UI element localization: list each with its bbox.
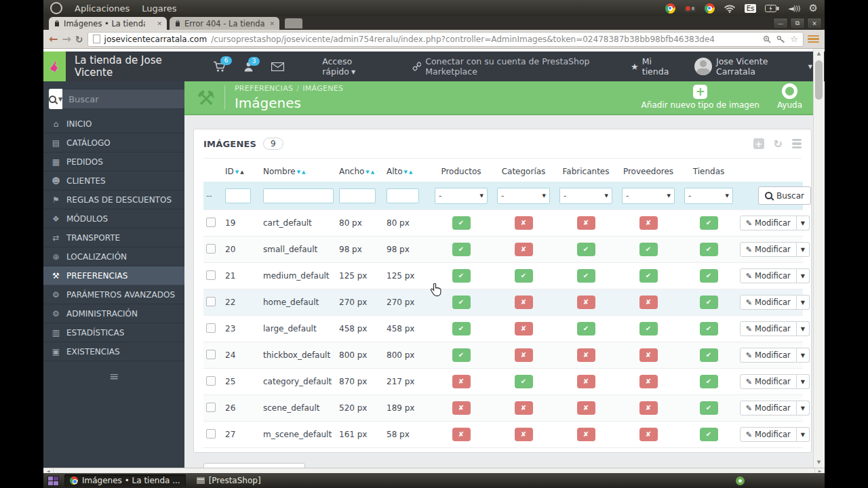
- row-actions-dropdown[interactable]: ▼: [797, 268, 810, 283]
- check-icon[interactable]: ✔: [452, 348, 471, 362]
- cross-icon[interactable]: ✘: [515, 322, 533, 336]
- sidebar-item-catalogo[interactable]: ▤CATÁLOGO: [43, 134, 184, 152]
- modify-button[interactable]: ✎Modificar: [740, 374, 797, 389]
- breadcrumb-imagenes[interactable]: IMÁGENES: [302, 84, 343, 93]
- shop-name[interactable]: La tienda de Jose Vicente: [75, 54, 195, 79]
- cross-icon[interactable]: ✘: [577, 428, 595, 441]
- key-icon[interactable]: [776, 35, 785, 43]
- row-checkbox[interactable]: [206, 323, 216, 333]
- sidebar-item-inicio[interactable]: ⌂INICIO: [43, 115, 184, 134]
- chrome-tray-icon[interactable]: [665, 3, 675, 14]
- row-checkbox[interactable]: [206, 218, 216, 227]
- modify-button[interactable]: ✎Modificar: [740, 295, 797, 310]
- address-bar[interactable]: josevicentecarratala.com /cursoprestasho…: [87, 32, 804, 47]
- check-icon[interactable]: ✔: [515, 269, 533, 283]
- scroll-down-arrow[interactable]: ▼: [814, 458, 824, 468]
- battery-icon[interactable]: [765, 5, 779, 12]
- browser-menu-icon[interactable]: [808, 35, 819, 43]
- new-tab-button[interactable]: [285, 18, 302, 28]
- filter-select-categorias[interactable]: -▼: [497, 188, 550, 204]
- tab-close-icon[interactable]: ✕: [269, 20, 275, 27]
- breadcrumb-preferencias[interactable]: PREFERENCIAS: [235, 84, 293, 93]
- row-actions-dropdown[interactable]: ▼: [797, 216, 810, 230]
- table-row[interactable]: 25category_default870 px217 px✘✔✘✘✔✎Modi…: [203, 369, 803, 395]
- modify-button[interactable]: ✎Modificar: [740, 268, 797, 283]
- cross-icon[interactable]: ✘: [639, 401, 658, 415]
- modify-button[interactable]: ✎Modificar: [740, 427, 797, 442]
- cross-icon[interactable]: ✘: [577, 401, 595, 415]
- column-header-ancho[interactable]: Ancho▼▲: [336, 160, 384, 182]
- check-icon[interactable]: ✔: [700, 269, 718, 283]
- modify-button[interactable]: ✎Modificar: [740, 348, 797, 363]
- column-header-nombre[interactable]: Nombre▼▲: [260, 160, 336, 182]
- sort-desc-icon[interactable]: ▼: [366, 169, 369, 175]
- keyboard-layout-indicator[interactable]: Es: [745, 4, 757, 13]
- screen-recorder-icon[interactable]: [684, 5, 696, 12]
- search-type-dropdown[interactable]: ▼: [49, 89, 62, 109]
- filter-input-alto[interactable]: [387, 188, 419, 203]
- volume-icon[interactable]: ◄))): [788, 4, 800, 13]
- row-actions-dropdown[interactable]: ▼: [797, 295, 810, 310]
- menu-aplicaciones[interactable]: Aplicaciones: [75, 3, 130, 14]
- row-actions-dropdown[interactable]: ▼: [797, 242, 810, 257]
- row-actions-dropdown[interactable]: ▼: [797, 427, 810, 442]
- check-icon[interactable]: ✔: [452, 243, 471, 256]
- tab-imagenes[interactable]: Imágenes • La tienda ✕: [49, 17, 167, 30]
- zoom-icon[interactable]: [763, 35, 771, 43]
- bookmark-star-icon[interactable]: ☆: [790, 34, 798, 44]
- minimize-button[interactable]: —: [773, 18, 788, 29]
- check-icon[interactable]: ✔: [577, 322, 595, 336]
- cross-icon[interactable]: ✘: [515, 296, 533, 309]
- row-actions-dropdown[interactable]: ▼: [797, 401, 810, 415]
- check-icon[interactable]: ✔: [700, 296, 718, 309]
- sidebar-item-estadisticas[interactable]: ▥ESTADÍSTICAS: [43, 323, 184, 342]
- row-checkbox[interactable]: [206, 297, 216, 306]
- scrollbar-thumb[interactable]: [815, 60, 823, 100]
- check-icon[interactable]: ✔: [700, 428, 718, 441]
- row-actions-dropdown[interactable]: ▼: [797, 321, 810, 336]
- row-checkbox[interactable]: [206, 429, 216, 439]
- cross-icon[interactable]: ✘: [515, 401, 533, 415]
- reload-button[interactable]: ↻: [75, 34, 83, 45]
- sidebar-search-input[interactable]: [62, 89, 191, 109]
- check-icon[interactable]: ✔: [700, 375, 718, 388]
- cross-icon[interactable]: ✘: [515, 216, 533, 230]
- check-icon[interactable]: ✔: [577, 243, 595, 256]
- row-actions-dropdown[interactable]: ▼: [797, 348, 810, 363]
- sidebar-item-reglas-de-descuentos[interactable]: ⚑REGLAS DE DESCUENTOS: [43, 190, 184, 209]
- taskbar-item-prestashop[interactable]: [PrestaShop]: [191, 474, 267, 487]
- sort-asc-icon[interactable]: ▲: [409, 169, 412, 175]
- menu-lugares[interactable]: Lugares: [142, 3, 176, 14]
- check-icon[interactable]: ✔: [700, 322, 718, 336]
- scroll-right-arrow[interactable]: ►: [814, 468, 825, 473]
- vertical-scrollbar[interactable]: ▲ ▼: [813, 49, 824, 468]
- sidebar-item-existencias[interactable]: ▣EXISTENCIAS: [43, 342, 184, 361]
- cross-icon[interactable]: ✘: [639, 348, 658, 362]
- row-checkbox[interactable]: [206, 376, 216, 386]
- check-icon[interactable]: ✔: [700, 216, 718, 230]
- cross-icon[interactable]: ✘: [639, 428, 658, 441]
- sidebar-item-clientes[interactable]: ☻CLIENTES: [43, 171, 184, 190]
- row-checkbox[interactable]: [206, 244, 216, 253]
- filter-select-tiendas[interactable]: -▼: [684, 188, 733, 204]
- cross-icon[interactable]: ✘: [452, 375, 471, 388]
- cross-icon[interactable]: ✘: [452, 428, 471, 441]
- filter-input-nombre[interactable]: [263, 188, 334, 203]
- sidebar-item-preferencias[interactable]: ⚒PREFERENCIAS: [43, 266, 184, 285]
- column-header-categorias[interactable]: Categorías: [492, 160, 555, 182]
- add-image-type-button[interactable]: + Añadir nuevo tipo de imagen: [642, 85, 760, 110]
- table-row[interactable]: 27m_scene_default161 px58 px✘✘✘✘✔✎Modifi…: [203, 422, 803, 448]
- messages[interactable]: [271, 62, 284, 71]
- table-row[interactable]: 19cart_default80 px80 px✔✘✘✘✔✎Modificar▼: [203, 210, 803, 237]
- filter-select-proveedores[interactable]: -▼: [622, 188, 675, 204]
- export-db-icon[interactable]: [792, 139, 802, 149]
- check-icon[interactable]: ✔: [700, 348, 718, 362]
- cross-icon[interactable]: ✘: [452, 401, 471, 415]
- marketplace-link[interactable]: Conectar con su cuenta de PrestaShop Mar…: [412, 56, 631, 77]
- filter-select-productos[interactable]: -▼: [435, 188, 488, 204]
- check-icon[interactable]: ✔: [639, 322, 658, 336]
- search-button[interactable]: Buscar: [758, 186, 811, 205]
- workspace-switcher-icon[interactable]: [47, 476, 59, 486]
- scroll-left-arrow[interactable]: ◄: [43, 468, 54, 473]
- cross-icon[interactable]: ✘: [577, 375, 595, 388]
